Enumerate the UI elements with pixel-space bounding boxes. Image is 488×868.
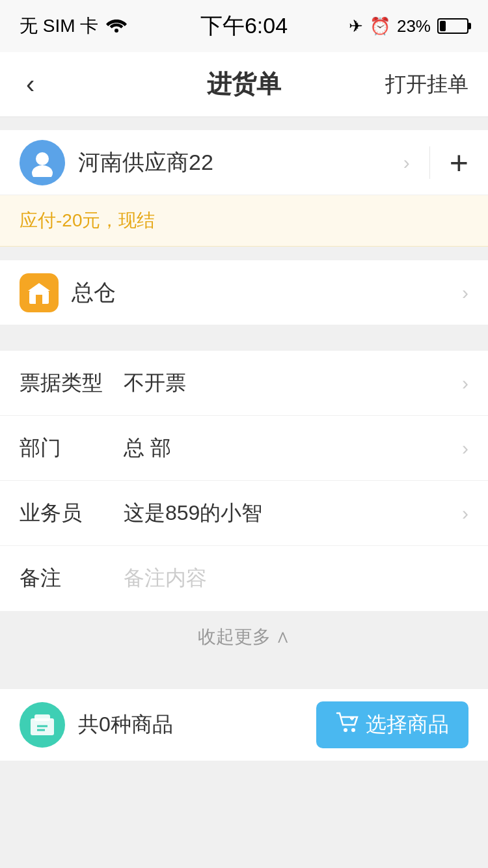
svg-point-2 (32, 165, 53, 177)
warehouse-row[interactable]: 总仓 › (0, 260, 488, 325)
battery-indicator (437, 18, 468, 34)
svg-point-11 (351, 728, 355, 732)
carrier-text: 无 SIM 卡 (20, 14, 98, 38)
department-chevron-icon: › (462, 437, 468, 459)
add-supplier-button[interactable]: + (450, 144, 468, 182)
supplier-section: 河南供应商22 › + 应付-20元，现结 (0, 130, 488, 247)
warehouse-icon (20, 273, 59, 312)
invoice-row[interactable]: 票据类型 不开票 › (0, 351, 488, 416)
product-count-label: 共0种商品 (78, 711, 316, 739)
invoice-label: 票据类型 (20, 369, 111, 398)
battery-percent: 23% (397, 16, 431, 36)
divider (429, 146, 430, 179)
nav-bar: ‹ 进货单 打开挂单 (0, 52, 488, 117)
warehouse-chevron-icon: › (462, 282, 468, 304)
collapse-row[interactable]: 收起更多 ∧ (0, 611, 488, 663)
location-icon: ✈ (349, 16, 363, 36)
status-right: ✈ ⏰ 23% (349, 16, 468, 36)
status-bar: 无 SIM 卡 下午6:04 ✈ ⏰ 23% (0, 0, 488, 52)
section-gap-2 (0, 247, 488, 260)
svg-point-1 (36, 152, 49, 165)
alarm-icon: ⏰ (370, 16, 390, 36)
form-section: 票据类型 不开票 › 部门 总 部 › 业务员 这是859的小智 › 备注 备注… (0, 351, 488, 611)
product-bar: 共0种商品 选择商品 (0, 689, 488, 761)
supplier-row[interactable]: 河南供应商22 › + (0, 130, 488, 195)
warehouse-section: 总仓 › (0, 260, 488, 325)
page-title: 进货单 (207, 68, 281, 101)
notice-text: 应付-20元，现结 (20, 210, 155, 230)
status-left: 无 SIM 卡 (20, 14, 127, 38)
select-product-button[interactable]: 选择商品 (316, 701, 468, 748)
department-label: 部门 (20, 434, 111, 463)
status-time: 下午6:04 (200, 11, 288, 41)
cart-icon (336, 712, 359, 738)
remark-label: 备注 (20, 564, 111, 593)
section-gap-1 (0, 117, 488, 130)
svg-point-0 (115, 29, 118, 33)
notice-bar: 应付-20元，现结 (0, 195, 488, 247)
salesman-row[interactable]: 业务员 这是859的小智 › (0, 481, 488, 546)
salesman-label: 业务员 (20, 499, 111, 528)
remark-value[interactable]: 备注内容 (124, 564, 468, 593)
open-pending-button[interactable]: 打开挂单 (385, 70, 468, 99)
salesman-chevron-icon: › (462, 502, 468, 524)
wifi-icon (106, 16, 127, 37)
supplier-avatar (20, 140, 65, 185)
bottom-background (0, 761, 488, 868)
section-gap-4 (0, 663, 488, 676)
supplier-chevron-icon: › (403, 152, 410, 174)
svg-marker-4 (28, 283, 50, 291)
department-row[interactable]: 部门 总 部 › (0, 416, 488, 481)
svg-rect-5 (36, 295, 42, 304)
supplier-name: 河南供应商22 (78, 148, 403, 178)
invoice-chevron-icon: › (462, 372, 468, 394)
svg-point-10 (344, 728, 347, 732)
warehouse-name: 总仓 (72, 278, 462, 308)
collapse-label: 收起更多 ∧ (198, 625, 291, 649)
svg-rect-7 (34, 714, 50, 721)
section-gap-3 (0, 325, 488, 338)
department-value: 总 部 (124, 434, 462, 463)
select-product-label: 选择商品 (366, 711, 449, 739)
invoice-value: 不开票 (124, 369, 462, 398)
back-button[interactable]: ‹ (20, 63, 41, 105)
remark-row[interactable]: 备注 备注内容 (0, 546, 488, 611)
product-icon (20, 702, 65, 748)
salesman-value: 这是859的小智 (124, 499, 462, 528)
